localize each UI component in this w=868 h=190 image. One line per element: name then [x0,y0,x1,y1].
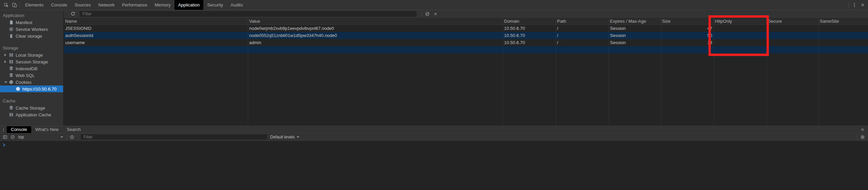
table-icon [9,112,14,117]
delete-icon[interactable] [431,10,440,17]
devtools-tabbar: Elements Console Sources Network Perform… [0,0,868,10]
close-drawer-icon[interactable] [858,126,867,133]
tab-elements[interactable]: Elements [21,0,47,10]
sidebar-item-manifest[interactable]: Manifest [0,19,63,26]
toolbar-separator [20,2,20,8]
section-title-application: Application [0,12,63,19]
cookies-panel: Name Value Domain Path Expires / Max-Age… [64,10,868,126]
tab-console[interactable]: Console [47,0,71,10]
topbar-tools [0,0,21,10]
application-sidebar: Application Manifest Service Workers Cle… [0,10,63,126]
console-filter-input[interactable] [80,134,267,140]
close-icon[interactable] [858,0,867,10]
log-levels-label: Default levels [270,135,295,139]
drawer-tabbar: Console What's New Search [0,126,868,133]
cookie-expires: Session [609,32,661,39]
chevron-down-icon [60,136,63,138]
cookie-size: 50 [661,32,714,39]
sidebar-item-web-sql[interactable]: Web SQL [0,72,63,79]
console-sidebar-icon[interactable] [1,133,9,140]
cookie-secure [767,32,818,39]
column-header-expires[interactable]: Expires / Max-Age [609,18,661,24]
sidebar-item-indexeddb[interactable]: IndexedDB [0,65,63,72]
cookie-httponly [714,39,767,46]
sidebar-item-session-storage[interactable]: Session Storage [0,58,63,65]
sidebar-item-cache-storage[interactable]: Cache Storage [0,104,63,111]
database-icon [9,73,14,78]
sidebar-item-label: https://10.50.6.70 [22,87,56,92]
cookie-samesite [818,39,868,46]
console-settings-gear-icon[interactable] [858,133,867,140]
tab-memory[interactable]: Memory [151,0,174,10]
column-header-secure[interactable]: Secure [767,18,818,24]
device-toolbar-icon[interactable] [10,0,18,10]
sidebar-item-cookies[interactable]: Cookies [0,79,63,86]
expand-arrow-icon[interactable] [4,54,6,56]
sidebar-item-label: Application Cache [16,112,51,117]
sidebar-item-application-cache[interactable]: Application Cache [0,111,63,118]
cookie-domain: 10.50.6.70 [503,32,556,39]
column-header-name[interactable]: Name [64,18,248,24]
sidebar-item-label: Manifest [16,20,32,25]
sidebar-item-cookie-origin[interactable]: https://10.50.6.70 [0,86,63,92]
inspect-icon[interactable] [2,0,10,10]
column-header-value[interactable]: Value [248,18,503,24]
tab-sources[interactable]: Sources [71,0,95,10]
log-levels-dropdown[interactable]: Default levels [270,135,301,139]
section-title-storage: Storage [0,45,63,52]
cookie-value: admin [248,39,503,46]
cookie-domain: 10.50.6.70 [503,39,556,46]
kebab-menu-icon[interactable] [850,0,858,10]
collapse-arrow-icon[interactable] [4,81,7,83]
toolbar-separator [422,11,422,17]
tab-performance[interactable]: Performance [118,0,151,10]
column-header-size[interactable]: Size [661,18,714,24]
toolbar-separator [67,134,67,140]
clear-all-icon[interactable] [423,10,431,17]
cookie-secure [767,25,818,32]
expand-arrow-icon[interactable] [4,60,6,63]
table-icon [9,59,14,64]
cookie-httponly [714,32,767,39]
table-row-selected[interactable]: authSessionId node0552q51znbli01w1d5pw33… [64,32,868,39]
prompt-chevron-icon [3,143,6,147]
cookies-toolbar [64,10,868,18]
chevron-down-icon [297,136,299,138]
section-title-cache: Cache [0,98,63,104]
cookie-size: 47 [661,25,714,32]
kebab-menu-icon[interactable] [0,126,7,133]
table-row[interactable]: JSESSIONID node0wrjmb2xvb9p1eevpdvibvpnl… [64,25,868,32]
column-header-httponly[interactable]: HttpOnly [714,18,767,24]
refresh-icon[interactable] [70,10,76,17]
tab-security[interactable]: Security [203,0,227,10]
cookie-secure [767,39,818,46]
topbar-right [847,0,868,10]
cookie-icon [16,87,20,91]
console-prompt[interactable] [0,141,868,147]
clear-console-icon[interactable] [9,133,16,140]
sidebar-item-service-workers[interactable]: Service Workers [0,26,63,33]
context-selector[interactable]: top [18,133,65,140]
console-drawer: Console What's New Search top [0,126,868,190]
column-header-domain[interactable]: Domain [503,18,556,24]
cookie-samesite [818,32,868,39]
drawer-tab-whats-new[interactable]: What's New [31,126,63,133]
cookie-path: / [556,32,609,39]
tab-audits[interactable]: Audits [227,0,246,10]
sidebar-item-label: Cookies [16,80,32,85]
sidebar-item-label: IndexedDB [16,66,37,71]
tab-application[interactable]: Application [174,0,204,10]
sidebar-item-label: Service Workers [16,27,48,32]
drawer-tab-search[interactable]: Search [63,126,85,133]
column-header-samesite[interactable]: SameSite [818,18,868,24]
drawer-tab-console[interactable]: Console [7,126,31,133]
table-row-new[interactable] [64,46,868,53]
sidebar-item-local-storage[interactable]: Local Storage [0,52,63,58]
column-header-path[interactable]: Path [556,18,609,24]
cookie-path: / [556,25,609,32]
sidebar-item-clear-storage[interactable]: Clear storage [0,33,63,39]
tab-network[interactable]: Network [95,0,118,10]
eye-icon[interactable] [68,133,76,140]
table-row[interactable]: username admin 10.50.6.70 / Session 13 [64,39,868,46]
cookies-filter-input[interactable] [79,11,417,17]
